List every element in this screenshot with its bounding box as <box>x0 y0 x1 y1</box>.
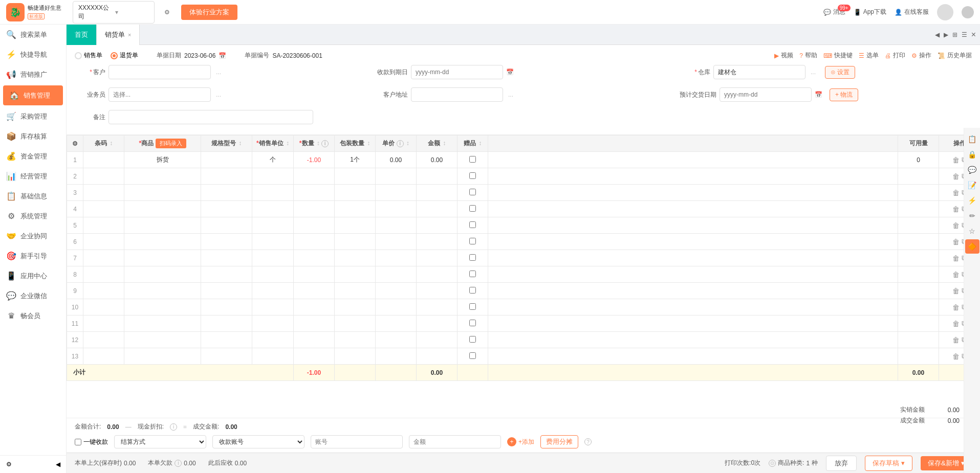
abandon-btn[interactable]: 放弃 <box>826 456 857 471</box>
row-unit[interactable] <box>252 201 294 217</box>
calc-method-select[interactable]: 结算方式 <box>114 435 206 448</box>
row-gift[interactable] <box>458 266 488 283</box>
avatar[interactable] <box>937 4 953 20</box>
row-gift[interactable] <box>458 250 488 266</box>
row-price[interactable] <box>376 348 417 365</box>
row-qty[interactable] <box>294 250 335 266</box>
row-barcode[interactable] <box>83 299 124 316</box>
row-unit[interactable] <box>252 283 294 299</box>
row-spec[interactable] <box>201 283 252 299</box>
salesman-input[interactable] <box>108 87 211 102</box>
row-amount[interactable] <box>417 250 458 266</box>
delete-row-btn[interactable]: 🗑 <box>952 172 960 181</box>
row-unit[interactable] <box>252 348 294 365</box>
tab-sales-order[interactable]: 销货单 × <box>97 25 140 45</box>
row-unit[interactable] <box>252 332 294 348</box>
row-price[interactable] <box>376 250 417 266</box>
customer-dots[interactable]: ... <box>214 69 223 76</box>
tab-home[interactable]: 首页 <box>67 25 97 45</box>
company-selector[interactable]: XXXXXX公司 ▾ <box>73 1 155 24</box>
help-btn[interactable]: ? 帮助 <box>799 51 817 60</box>
delete-row-btn[interactable]: 🗑 <box>952 156 960 164</box>
sidebar-item-guide[interactable]: 🎯 新手引导 <box>0 246 66 266</box>
settings-btn[interactable]: ⊙ 设置 <box>825 66 855 79</box>
row-qty[interactable] <box>294 266 335 283</box>
tab-next-icon[interactable]: ▶ <box>944 31 948 38</box>
expense-btn[interactable]: 费用分摊 <box>540 435 578 448</box>
panel-btn-6[interactable]: ✏ <box>965 209 979 223</box>
delete-row-btn[interactable]: 🗑 <box>952 303 960 311</box>
row-qty[interactable] <box>294 168 335 185</box>
row-spec[interactable] <box>201 332 252 348</box>
delete-row-btn[interactable]: 🗑 <box>952 205 960 213</box>
row-price[interactable] <box>376 316 417 332</box>
panel-btn-8[interactable]: 🔶 <box>965 239 979 254</box>
delete-row-btn[interactable]: 🗑 <box>952 320 960 328</box>
customer-addr-input[interactable] <box>411 87 503 102</box>
row-amount[interactable] <box>417 348 458 365</box>
history-btn[interactable]: 📜 历史单据 <box>938 51 972 60</box>
panel-btn-3[interactable]: 💬 <box>965 163 979 177</box>
sidebar-item-system[interactable]: ⚙ 系统管理 <box>0 206 66 226</box>
sidebar-item-purchase[interactable]: 🛒 采购管理 <box>0 106 66 126</box>
row-price[interactable] <box>376 217 417 234</box>
row-pkg-qty[interactable] <box>335 250 376 266</box>
panel-btn-7[interactable]: ☆ <box>965 224 979 238</box>
account-number-input[interactable] <box>311 435 403 448</box>
date-calendar-icon[interactable]: 📅 <box>219 52 226 59</box>
row-spec[interactable] <box>201 266 252 283</box>
row-product[interactable] <box>124 234 201 250</box>
delete-row-btn[interactable]: 🗑 <box>952 189 960 197</box>
sidebar-item-finance[interactable]: 💰 资金管理 <box>0 146 66 166</box>
sidebar-item-basic-info[interactable]: 📋 基础信息 <box>0 186 66 206</box>
sidebar-item-management[interactable]: 📊 经营管理 <box>0 166 66 186</box>
row-pkg-qty[interactable] <box>335 201 376 217</box>
row-pkg-qty[interactable] <box>335 217 376 234</box>
scan-button[interactable]: 扫码录入 <box>156 139 186 148</box>
row-product[interactable] <box>124 168 201 185</box>
row-product[interactable]: 拆货 <box>124 152 201 168</box>
row-qty[interactable] <box>294 316 335 332</box>
expected-date-input[interactable] <box>720 87 812 102</box>
row-pkg-qty[interactable] <box>335 185 376 201</box>
expected-date-calendar-icon[interactable]: 📅 <box>815 91 822 98</box>
row-pkg-qty[interactable] <box>335 234 376 250</box>
row-amount[interactable] <box>417 332 458 348</box>
row-price[interactable] <box>376 283 417 299</box>
row-spec[interactable] <box>201 348 252 365</box>
sidebar-item-sales[interactable]: 🏠 销售管理 <box>3 85 63 105</box>
row-barcode[interactable] <box>83 152 124 168</box>
row-qty[interactable] <box>294 283 335 299</box>
row-gift[interactable] <box>458 348 488 365</box>
delete-row-btn[interactable]: 🗑 <box>952 254 960 262</box>
row-spec[interactable] <box>201 250 252 266</box>
sidebar-item-enterprise[interactable]: 🤝 企业协同 <box>0 226 66 246</box>
row-gift[interactable] <box>458 332 488 348</box>
sidebar-item-member[interactable]: ♛ 畅会员 <box>0 306 66 326</box>
print-btn[interactable]: 🖨 打印 <box>885 51 905 60</box>
notes-input[interactable] <box>108 110 313 124</box>
discount-info-icon[interactable]: i <box>170 423 177 431</box>
row-pkg-qty[interactable] <box>335 316 376 332</box>
delete-row-btn[interactable]: 🗑 <box>952 271 960 279</box>
panel-btn-4[interactable]: 📝 <box>965 178 979 192</box>
row-price[interactable] <box>376 299 417 316</box>
sidebar-item-inventory[interactable]: 📦 库存核算 <box>0 126 66 146</box>
row-price[interactable] <box>376 201 417 217</box>
row-gift[interactable] <box>458 168 488 185</box>
row-barcode[interactable] <box>83 217 124 234</box>
row-qty[interactable] <box>294 299 335 316</box>
row-price[interactable] <box>376 168 417 185</box>
tab-close-all-icon[interactable]: × <box>971 30 976 39</box>
row-amount[interactable] <box>417 266 458 283</box>
shortcut-btn[interactable]: ⌨ 快捷键 <box>823 51 853 60</box>
row-qty[interactable]: -1.00 <box>294 152 335 168</box>
row-unit[interactable] <box>252 299 294 316</box>
row-barcode[interactable] <box>83 283 124 299</box>
row-gift[interactable] <box>458 185 488 201</box>
row-product[interactable] <box>124 299 201 316</box>
delete-row-btn[interactable]: 🗑 <box>952 287 960 295</box>
amount-input[interactable] <box>409 435 501 448</box>
row-qty[interactable] <box>294 332 335 348</box>
message-btn[interactable]: 💬 消息 99+ <box>823 8 845 16</box>
